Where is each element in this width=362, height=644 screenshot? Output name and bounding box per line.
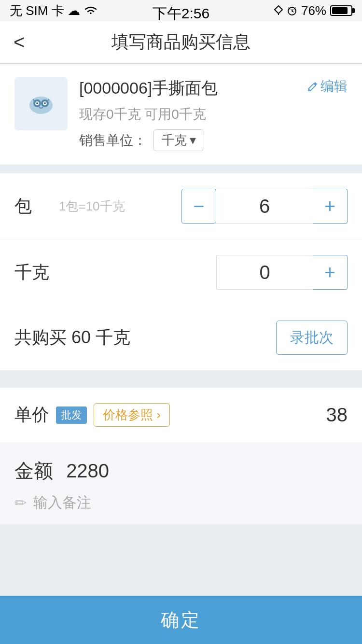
chevron-down-icon: ▾ [190, 133, 196, 148]
status-bar: 无 SIM 卡 ☁ 下午2:56 76% [0, 0, 362, 21]
amount-row: 金额 2280 [14, 458, 348, 484]
status-left: 无 SIM 卡 ☁ [10, 2, 97, 19]
price-value: 38 [326, 404, 348, 426]
unit-label: 销售单位： [79, 131, 147, 150]
bao-label: 包 [14, 195, 53, 218]
sim-label: 无 SIM 卡 ☁ [10, 2, 80, 19]
bao-input[interactable] [216, 189, 313, 224]
bao-minus-button[interactable]: − [181, 189, 216, 224]
bao-hint: 1包=10千克 [59, 198, 181, 215]
price-type-badge: 批发 [56, 406, 87, 424]
kg-stepper: + [216, 255, 348, 290]
amount-label: 金额 [14, 460, 53, 481]
total-text: 共购买 60 千克 [14, 326, 130, 350]
bao-stepper: − + [181, 189, 348, 224]
price-section: 单价 批发 价格参照 › 38 [0, 388, 362, 442]
kg-label: 千克 [14, 261, 53, 284]
price-label-group: 单价 批发 价格参照 › [14, 403, 170, 427]
input-section: 包 1包=10千克 − + 千克 + [0, 173, 362, 305]
remark-placeholder: 输入备注 [33, 493, 91, 513]
status-right: 76% [274, 3, 352, 18]
kg-input-row: 千克 + [0, 239, 362, 305]
back-button[interactable]: < [14, 31, 25, 53]
batch-button[interactable]: 录批次 [276, 321, 348, 355]
battery-icon [330, 5, 352, 16]
edit-button[interactable]: 编辑 [307, 77, 348, 96]
bao-input-row: 包 1包=10千克 − + [0, 173, 362, 239]
svg-point-7 [44, 102, 46, 104]
battery-percent: 76% [301, 3, 326, 18]
status-time: 下午2:56 [153, 4, 209, 24]
kg-input[interactable] [216, 255, 313, 290]
remark-row[interactable]: ✏ 输入备注 [14, 493, 348, 513]
edit-icon [307, 81, 318, 92]
edit-label: 编辑 [320, 77, 348, 96]
product-thumbnail [14, 77, 68, 130]
total-row: 共购买 60 千克 录批次 [0, 305, 362, 370]
amount-section: 金额 2280 ✏ 输入备注 [0, 442, 362, 524]
product-logo-icon [27, 92, 56, 116]
product-card: [0000006]手撕面包 现存0千克 可用0千克 销售单位： 千克 ▾ 编辑 [0, 64, 362, 165]
product-unit-row: 销售单位： 千克 ▾ [79, 129, 348, 151]
page-title: 填写商品购买信息 [111, 30, 251, 54]
divider-1 [0, 165, 362, 173]
location-icon [274, 5, 283, 16]
price-ref-button[interactable]: 价格参照 › [94, 403, 170, 427]
svg-point-6 [36, 102, 38, 104]
divider-2 [0, 370, 362, 379]
wifi-icon [84, 5, 97, 16]
confirm-button[interactable]: 确定 [0, 596, 362, 644]
alarm-icon [287, 5, 297, 16]
price-label: 单价 [14, 403, 49, 427]
product-stock: 现存0千克 可用0千克 [79, 105, 348, 124]
nav-bar: < 填写商品购买信息 [0, 21, 362, 64]
unit-select[interactable]: 千克 ▾ [153, 129, 204, 151]
amount-value: 2280 [66, 460, 109, 481]
bao-plus-button[interactable]: + [313, 189, 348, 224]
pencil-icon: ✏ [14, 494, 27, 511]
kg-plus-button[interactable]: + [313, 255, 348, 290]
